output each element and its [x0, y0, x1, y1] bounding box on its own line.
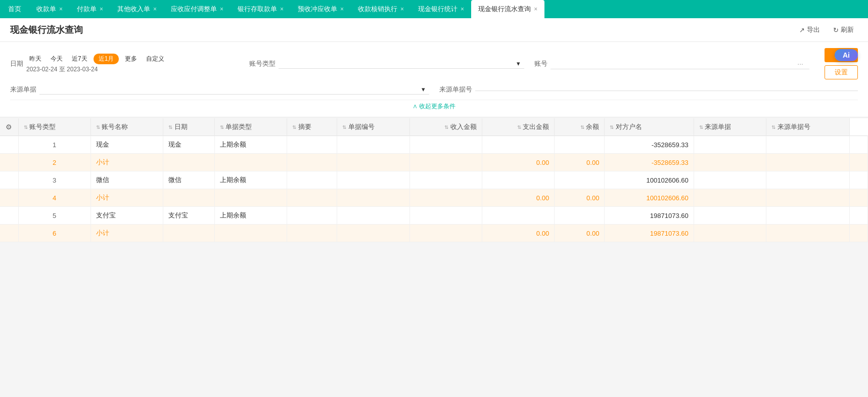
tab-label: 现金银行流水查询: [478, 5, 531, 14]
collapse-bar[interactable]: ∧ 收起更多条件: [10, 100, 858, 113]
cell-source-doc: [766, 171, 850, 189]
close-icon[interactable]: ×: [59, 6, 63, 13]
cell-date: 上期余额: [214, 136, 287, 154]
cell-balance: -3528659.33: [605, 136, 694, 154]
cell-doc-no: [409, 136, 482, 154]
settings-button[interactable]: 设置: [825, 65, 858, 79]
close-icon[interactable]: ×: [220, 6, 223, 13]
gear-icon[interactable]: ⚙: [6, 123, 12, 131]
date-btn-today[interactable]: 今天: [48, 54, 66, 64]
source-doc-no-label: 来源单据号: [439, 85, 472, 94]
table-row: 3微信微信上期余额100102606.60: [0, 171, 868, 189]
date-range-display: 2023-02-24 至 2023-03-24: [26, 65, 167, 74]
col-header-label: 摘要: [298, 123, 311, 130]
nav-tab-prepay[interactable]: 预收冲应收单 ×: [291, 0, 351, 18]
date-btn-1month[interactable]: 近1月: [94, 54, 119, 64]
chevron-down-icon: ▾: [517, 60, 520, 67]
cell-balance: 100102606.60: [605, 189, 694, 207]
account-type-select[interactable]: ▾: [279, 59, 524, 69]
table-row: 5支付宝支付宝上期余额19871073.60: [0, 207, 868, 225]
close-icon[interactable]: ×: [280, 6, 284, 13]
sort-icon: ⇅: [610, 124, 614, 130]
cell-expense: 0.00: [555, 154, 605, 171]
cell-source-doc-no: [850, 207, 868, 225]
cell-counterpart: [694, 225, 766, 242]
nav-tab-adjustment[interactable]: 应收应付调整单 ×: [164, 0, 231, 18]
cell-balance: 100102606.60: [605, 171, 694, 189]
cell-balance: 19871073.60: [605, 207, 694, 225]
cell-source-doc-no: [850, 154, 868, 171]
close-icon[interactable]: ×: [153, 6, 157, 13]
export-button[interactable]: ↗ 导出: [795, 23, 824, 36]
close-icon[interactable]: ×: [100, 6, 103, 13]
date-btn-7days[interactable]: 近7天: [69, 54, 90, 64]
cell-doc-no: [409, 189, 482, 207]
cell-source-doc-no: [850, 136, 868, 154]
cell-doc-no: [409, 154, 482, 171]
cell-date: [214, 225, 287, 242]
nav-tab-shoukuan[interactable]: 收款单 ×: [29, 0, 70, 18]
ai-button[interactable]: Ai: [835, 49, 858, 61]
tab-label: 预收冲应收单: [298, 5, 337, 14]
cell-account-type: 小计: [90, 225, 163, 242]
close-icon[interactable]: ×: [340, 6, 344, 13]
nav-tab-collection[interactable]: 收款核销执行 ×: [351, 0, 411, 18]
cell-counterpart: [694, 189, 766, 207]
source-doc-no-input[interactable]: [475, 89, 858, 91]
col-header-label: 单据类型: [225, 123, 252, 130]
cell-doc-type: [287, 171, 337, 189]
date-btn-more[interactable]: 更多: [122, 54, 140, 64]
col-settings: ⚙: [0, 118, 18, 136]
cell-doc-type: [287, 225, 337, 242]
sort-icon: ⇅: [699, 124, 703, 130]
chevron-down-icon: ▾: [422, 85, 425, 93]
cell-expense: 0.00: [555, 189, 605, 207]
close-icon[interactable]: ×: [534, 6, 537, 13]
sort-icon: ⇅: [444, 124, 448, 130]
cell-source-doc-no: [850, 189, 868, 207]
nav-tab-fukuan[interactable]: 付款单 ×: [70, 0, 110, 18]
account-filter-group: 账号 ···: [534, 59, 809, 69]
cell-account-type: 小计: [90, 154, 163, 171]
source-doc-select[interactable]: ▾: [39, 84, 429, 95]
cell-summary: [337, 171, 409, 189]
source-doc-label: 来源单据: [10, 85, 36, 94]
sort-icon: ⇅: [220, 124, 224, 130]
nav-tab-other-income[interactable]: 其他收入单 ×: [110, 0, 164, 18]
nav-tab-bank-deposit[interactable]: 银行存取款单 ×: [231, 0, 291, 18]
cell-counterpart: [694, 154, 766, 171]
col-header-label: 来源单据号: [778, 123, 810, 130]
cell-counterpart: [694, 136, 766, 154]
cell-doc-type: [287, 136, 337, 154]
sort-icon: ⇅: [96, 124, 100, 130]
row-settings: [0, 189, 18, 207]
date-btn-custom[interactable]: 自定义: [143, 54, 167, 64]
account-label: 账号: [534, 59, 547, 68]
close-icon[interactable]: ×: [461, 6, 464, 13]
cell-account-type: 微信: [90, 171, 163, 189]
col-header-label: 日期: [174, 123, 188, 130]
date-btn-yesterday[interactable]: 昨天: [26, 54, 44, 64]
col-source-doc: ⇅ 来源单据: [694, 118, 766, 136]
sort-icon: ⇅: [342, 124, 346, 130]
sort-icon: ⇅: [517, 124, 521, 130]
cell-doc-no: [409, 207, 482, 225]
row-number: 6: [18, 225, 90, 242]
refresh-button[interactable]: ↻ 刷新: [829, 23, 858, 36]
ellipsis-icon[interactable]: ···: [795, 60, 805, 68]
cell-account-name: [163, 189, 215, 207]
row-number: 4: [18, 189, 90, 207]
nav-tab-cash-flow[interactable]: 现金银行流水查询 ×: [471, 0, 544, 18]
row-number: 1: [18, 136, 90, 154]
cell-doc-type: [287, 154, 337, 171]
export-icon: ↗: [799, 26, 805, 34]
refresh-label: 刷新: [841, 25, 854, 34]
close-icon[interactable]: ×: [400, 6, 404, 13]
nav-tab-cash-stats[interactable]: 现金银行统计 ×: [411, 0, 471, 18]
col-header-label: 收入金额: [450, 123, 477, 130]
col-source-doc-no: ⇅ 来源单据号: [766, 118, 850, 136]
cell-source-doc: [766, 136, 850, 154]
account-select[interactable]: ···: [551, 59, 809, 69]
nav-home[interactable]: 首页: [0, 0, 29, 18]
row-settings: [0, 225, 18, 242]
